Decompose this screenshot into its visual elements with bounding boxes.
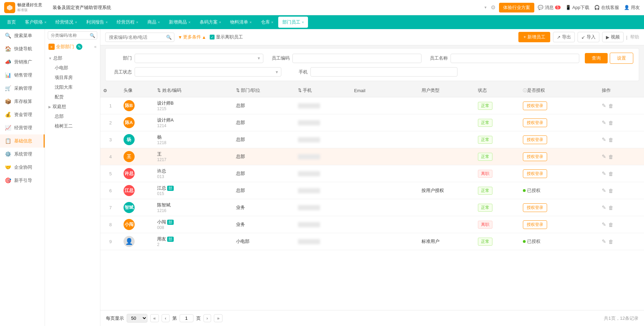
- delete-button[interactable]: 🗑: [608, 137, 614, 143]
- app-download-action[interactable]: 📱 App下载: [565, 5, 589, 11]
- sidebar-item-collab[interactable]: 🤝 企业协同: [0, 161, 45, 174]
- tab-bom[interactable]: 物料清单 ×: [226, 17, 256, 28]
- delete-button[interactable]: 🗑: [608, 103, 614, 109]
- close-icon[interactable]: ×: [106, 20, 108, 24]
- edit-button[interactable]: ✎: [602, 153, 606, 160]
- sidebar-item-sales[interactable]: 📊 销售管理: [0, 69, 45, 82]
- settings-icon[interactable]: ⚙: [491, 4, 496, 11]
- close-icon-active[interactable]: ×: [302, 20, 304, 24]
- delete-button[interactable]: 🗑: [608, 154, 614, 160]
- sidebar-item-purchase[interactable]: 🛒 采购管理: [0, 82, 45, 95]
- dept-child-projects[interactable]: 项目库房: [45, 73, 100, 82]
- tab-business[interactable]: 经营情况 ×: [51, 17, 81, 28]
- dept-child-dispatch[interactable]: 配货: [45, 92, 100, 102]
- sidebar-item-nav[interactable]: 🏠 快捷导航: [0, 42, 45, 55]
- page-input[interactable]: [180, 314, 193, 322]
- col-phone[interactable]: ⇅ 手机: [295, 84, 352, 97]
- export-button[interactable]: ↗ 导出: [553, 32, 575, 42]
- show-resigned-toggle[interactable]: ✓ 显示离职员工: [210, 34, 243, 40]
- sidebar-item-marketing[interactable]: 📣 营销推广: [0, 55, 45, 69]
- sidebar-item-finance[interactable]: 💰 资金管理: [0, 108, 45, 121]
- delete-button[interactable]: 🗑: [608, 239, 614, 245]
- auth-button[interactable]: 授权登录: [523, 169, 547, 178]
- dept-collapse-icon[interactable]: «: [94, 44, 97, 49]
- online-service-action[interactable]: 🎧 在线客服: [594, 5, 619, 11]
- next-page-button[interactable]: ›: [203, 314, 211, 322]
- close-icon[interactable]: ×: [271, 20, 273, 24]
- filter-status-select[interactable]: [135, 67, 281, 77]
- dept-edit-icon[interactable]: ✎: [76, 44, 82, 50]
- help-label[interactable]: 帮助: [630, 34, 639, 40]
- close-icon[interactable]: ×: [158, 20, 160, 24]
- sys-title-dropdown[interactable]: ▼: [484, 6, 487, 9]
- tab-warehouse[interactable]: 仓库 ×: [257, 17, 278, 28]
- dept-group-label-head[interactable]: ▼ 总部: [45, 53, 100, 63]
- edit-button[interactable]: ✎: [602, 120, 606, 126]
- last-page-button[interactable]: »: [214, 314, 223, 322]
- auth-button[interactable]: 授权登录: [523, 152, 547, 161]
- add-employee-button[interactable]: + 新增员工: [518, 32, 550, 42]
- auth-button[interactable]: 授权登录: [523, 220, 547, 229]
- tab-add-goods[interactable]: 新增商品 ×: [165, 17, 194, 28]
- filter-name-input[interactable]: [451, 54, 579, 63]
- edit-button[interactable]: ✎: [602, 221, 606, 228]
- dept-child-head[interactable]: 总部: [45, 112, 100, 121]
- close-icon[interactable]: ×: [75, 20, 77, 24]
- dept-child-plant[interactable]: 植树王二: [45, 121, 100, 131]
- dept-group-label-double[interactable]: ▶ 双庭想: [45, 102, 100, 112]
- edit-button[interactable]: ✎: [602, 170, 606, 177]
- col-name-code[interactable]: ⇅ 姓名/编码: [154, 84, 233, 97]
- close-icon[interactable]: ×: [44, 20, 46, 24]
- filter-phone-input[interactable]: [310, 67, 457, 77]
- filter-code-input[interactable]: [292, 54, 421, 63]
- tab-profit[interactable]: 利润报告 ×: [82, 17, 112, 28]
- import-button[interactable]: ↙ 导入: [578, 32, 599, 42]
- delete-button[interactable]: 🗑: [608, 171, 614, 177]
- auth-button[interactable]: 授权登录: [523, 118, 547, 127]
- dept-child-shenyang[interactable]: 沈阳大库: [45, 82, 100, 92]
- user-action[interactable]: 👤 用友: [624, 5, 640, 11]
- edit-button[interactable]: ✎: [602, 238, 606, 245]
- auth-button[interactable]: 授权登录: [523, 102, 547, 110]
- delete-button[interactable]: 🗑: [608, 188, 614, 194]
- tab-customer[interactable]: 客户联络 ×: [21, 17, 51, 28]
- tab-home[interactable]: 首页: [3, 17, 20, 28]
- view-button[interactable]: ▶ 视频: [602, 32, 624, 42]
- messages-action[interactable]: 💬 消息 5: [538, 5, 561, 11]
- close-icon[interactable]: ×: [250, 20, 252, 24]
- edit-button[interactable]: ✎: [602, 103, 606, 109]
- edit-button[interactable]: ✎: [602, 204, 606, 211]
- prev-page-button[interactable]: ‹: [162, 314, 169, 322]
- trial-button[interactable]: 体验行业方案: [499, 3, 534, 12]
- close-icon[interactable]: ×: [188, 20, 190, 24]
- tab-journey[interactable]: 经营历程 ×: [112, 17, 142, 28]
- filter-dept-select[interactable]: [135, 54, 263, 63]
- sidebar-item-search[interactable]: 🔍 搜索菜单: [0, 29, 45, 42]
- delete-button[interactable]: 🗑: [608, 205, 614, 211]
- first-page-button[interactable]: «: [150, 314, 159, 322]
- close-icon[interactable]: ×: [136, 20, 138, 24]
- sidebar-item-inventory[interactable]: 📦 库存核算: [0, 95, 45, 108]
- sidebar-item-system[interactable]: ⚙️ 系统管理: [0, 148, 45, 161]
- set-button[interactable]: 设置: [610, 53, 633, 64]
- edit-button[interactable]: ✎: [602, 187, 606, 194]
- delete-button[interactable]: 🗑: [608, 120, 614, 126]
- edit-button[interactable]: ✎: [602, 136, 606, 143]
- tab-employees[interactable]: 部门员工 ×: [278, 17, 308, 28]
- dept-all-button[interactable]: ≡ 全部部门 ✎ «: [45, 42, 100, 52]
- delete-button[interactable]: 🗑: [608, 222, 614, 228]
- tab-goods[interactable]: 商品 ×: [143, 17, 164, 28]
- col-dept-position[interactable]: ⇅ 部门/职位: [233, 84, 295, 97]
- close-icon[interactable]: ×: [219, 20, 221, 24]
- sidebar-item-operation[interactable]: 📈 经营管理: [0, 121, 45, 134]
- sidebar-item-basic[interactable]: 📋 基础信息: [0, 134, 45, 148]
- dept-child-electronics[interactable]: 小电部: [45, 63, 100, 73]
- tab-barcode[interactable]: 条码方案 ×: [196, 17, 225, 28]
- auth-button[interactable]: 授权登录: [523, 203, 547, 212]
- more-filter-button[interactable]: ▼ 更多条件 ▲: [178, 34, 206, 40]
- auth-button[interactable]: 授权登录: [523, 135, 547, 144]
- col-settings[interactable]: ⚙: [100, 84, 121, 97]
- query-button[interactable]: 查询: [585, 53, 608, 63]
- page-size-select[interactable]: 50 100: [127, 314, 147, 323]
- sidebar-item-guide[interactable]: 🎯 新手引导: [0, 174, 45, 187]
